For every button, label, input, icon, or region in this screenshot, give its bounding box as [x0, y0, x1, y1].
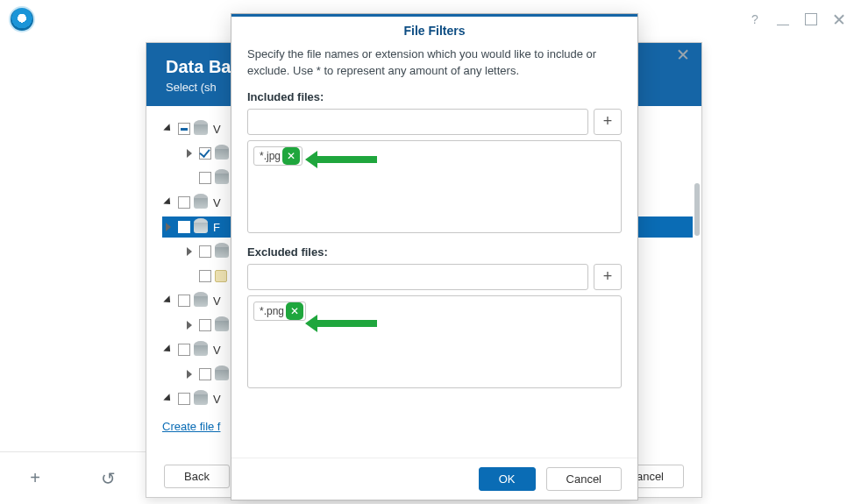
dialog-title: File Filters [231, 17, 637, 46]
included-label: Included files: [247, 90, 622, 103]
share-icon [194, 295, 208, 307]
plus-icon: + [603, 112, 613, 131]
expand-triangle-icon[interactable] [163, 124, 173, 133]
left-toolbar: + ↺ [0, 451, 146, 504]
tree-checkbox[interactable] [178, 344, 190, 356]
close-icon[interactable] [833, 13, 845, 25]
tree-checkbox[interactable] [178, 221, 190, 233]
file-filters-dialog: File Filters Specify the file names or e… [231, 13, 638, 500]
share-icon [215, 172, 229, 184]
tree-item-label: V [213, 295, 221, 308]
expand-triangle-icon[interactable] [163, 394, 173, 403]
minimize-icon[interactable] [777, 13, 789, 25]
window-controls: ? [749, 13, 845, 25]
tree-checkbox[interactable] [178, 196, 190, 209]
expand-triangle-icon[interactable] [187, 321, 192, 330]
tree-checkbox[interactable] [178, 295, 190, 307]
excluded-tag: *.png✕ [253, 302, 306, 321]
share-icon [194, 123, 208, 135]
excluded-label: Excluded files: [247, 245, 622, 259]
tree-checkbox[interactable] [199, 270, 211, 282]
annotation-arrow [316, 156, 377, 163]
add-task-button[interactable]: + [30, 468, 40, 488]
tag-remove-icon[interactable]: ✕ [288, 304, 302, 318]
tree-item-label: F [213, 221, 220, 234]
excluded-add-button[interactable]: + [594, 264, 622, 290]
tag-remove-icon[interactable]: ✕ [284, 149, 298, 163]
app-logo-icon [9, 6, 35, 32]
excluded-add-row: + [247, 264, 622, 290]
included-add-button[interactable]: + [594, 109, 622, 135]
share-icon [215, 319, 229, 331]
expand-triangle-icon[interactable] [166, 223, 171, 231]
tree-checkbox[interactable] [199, 172, 211, 184]
ok-button[interactable]: OK [479, 467, 536, 491]
tree-checkbox[interactable] [199, 319, 211, 331]
tree-item-label: V [213, 196, 221, 209]
tree-checkbox[interactable] [199, 368, 211, 380]
tree-item-label: V [213, 123, 221, 136]
expand-triangle-icon[interactable] [187, 149, 192, 158]
expand-triangle-icon[interactable] [163, 295, 173, 305]
included-list: *.jpg✕ [247, 140, 622, 233]
maximize-icon[interactable] [805, 13, 817, 25]
back-button[interactable]: Back [164, 465, 230, 488]
share-icon [194, 344, 208, 356]
tree-item-label: V [213, 344, 221, 357]
help-icon[interactable]: ? [749, 13, 761, 25]
tree-checkbox[interactable] [199, 147, 211, 160]
expand-triangle-icon[interactable] [163, 197, 173, 207]
expand-triangle-icon[interactable] [163, 344, 173, 354]
share-icon [215, 245, 229, 258]
share-icon [194, 196, 208, 209]
expand-triangle-icon[interactable] [187, 247, 192, 256]
annotation-arrow [316, 320, 377, 327]
dialog-footer: OK Cancel [231, 458, 637, 500]
tree-checkbox[interactable] [178, 393, 190, 405]
file-icon [215, 270, 227, 282]
share-icon [215, 147, 229, 160]
scrollbar[interactable] [694, 183, 700, 236]
plus-icon: + [603, 267, 613, 286]
tag-text: *.png [260, 305, 284, 317]
share-icon [194, 393, 208, 405]
included-input[interactable] [247, 109, 588, 135]
tree-checkbox[interactable] [199, 245, 211, 258]
cancel-button[interactable]: Cancel [546, 467, 622, 491]
excluded-list: *.png✕ [247, 295, 622, 388]
excluded-input[interactable] [247, 264, 588, 290]
create-file-filter-link[interactable]: Create file f [162, 420, 220, 433]
share-icon [194, 221, 208, 233]
dialog-description: Specify the file names or extension whic… [247, 46, 622, 80]
history-button[interactable]: ↺ [101, 468, 116, 489]
expand-triangle-icon[interactable] [187, 370, 192, 379]
tree-item-label: V [213, 393, 221, 406]
tree-checkbox[interactable] [178, 123, 190, 135]
share-icon [215, 368, 229, 380]
tag-text: *.jpg [260, 150, 281, 162]
included-tag: *.jpg✕ [253, 146, 302, 166]
included-add-row: + [247, 109, 622, 135]
dialog-close-icon[interactable] [677, 48, 693, 64]
